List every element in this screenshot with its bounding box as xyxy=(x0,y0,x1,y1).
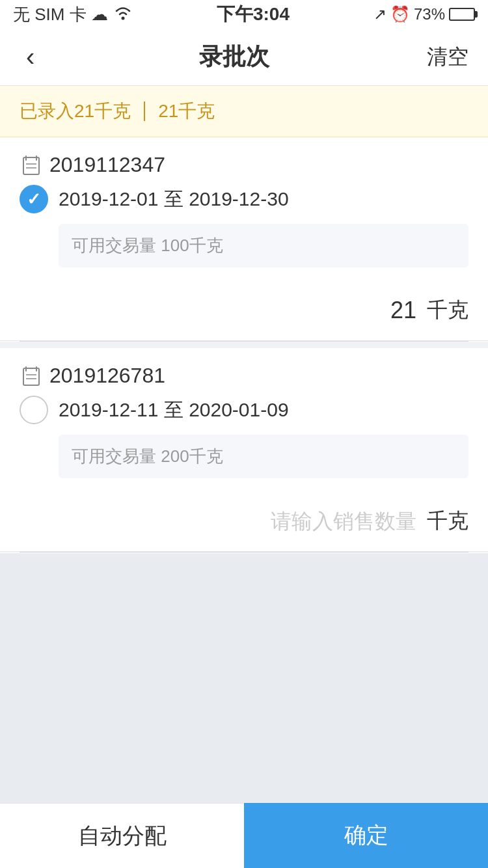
back-button[interactable]: ‹ xyxy=(20,36,41,78)
status-right: ↗ ⏰ 73% xyxy=(373,5,475,23)
svg-point-0 xyxy=(121,16,124,20)
quantity-row-1: 21 千克 xyxy=(0,283,488,341)
confirm-button[interactable]: 确定 xyxy=(244,803,488,868)
summary-divider xyxy=(144,102,145,121)
clear-button[interactable]: 清空 xyxy=(427,43,468,72)
quantity-unit-1: 千克 xyxy=(427,296,468,325)
sim-label: 无 SIM 卡 ☁ xyxy=(13,3,108,26)
auto-distribute-button[interactable]: 自动分配 xyxy=(0,803,244,868)
recorded-label: 已录入21千克 xyxy=(20,99,131,124)
battery-icon xyxy=(449,8,475,21)
batch-2-header: 2019126781 xyxy=(20,364,468,388)
batch-1-available: 可用交易量 100千克 xyxy=(59,224,468,267)
batch-1-icon xyxy=(20,154,43,177)
gray-area xyxy=(0,554,488,814)
bottom-bar: 自动分配 确定 xyxy=(0,803,488,868)
batch-1-header: 2019112347 xyxy=(20,153,468,177)
quantity-unit-2: 千克 xyxy=(427,507,468,536)
batch-1-radio[interactable] xyxy=(20,185,48,213)
batch-card-1: 2019112347 2019-12-01 至 2019-12-30 可用交易量… xyxy=(0,137,488,342)
batch-1-date: 2019-12-01 至 2019-12-30 xyxy=(59,186,289,213)
quantity-value-1: 21 xyxy=(390,297,416,324)
location-icon: ↗ xyxy=(373,5,386,23)
nav-bar: ‹ 录批次 清空 xyxy=(0,29,488,86)
battery-pct: 73% xyxy=(414,5,445,23)
batch-2-icon xyxy=(20,364,43,388)
wifi-icon xyxy=(113,5,133,25)
batch-2-date: 2019-12-11 至 2020-01-09 xyxy=(59,397,289,424)
batch-2-date-row[interactable]: 2019-12-11 至 2020-01-09 xyxy=(20,396,468,424)
page-title: 录批次 xyxy=(199,41,269,73)
batch-2-available: 可用交易量 200千克 xyxy=(59,435,468,478)
status-center: 下午3:04 xyxy=(217,2,290,27)
batch-2-radio[interactable] xyxy=(20,396,48,424)
status-bar: 无 SIM 卡 ☁ 下午3:04 ↗ ⏰ 73% xyxy=(0,0,488,29)
alarm-icon: ⏰ xyxy=(390,5,410,23)
batch-2-id: 2019126781 xyxy=(49,364,165,388)
separator-2 xyxy=(20,552,468,552)
summary-amount: 21千克 xyxy=(158,99,215,124)
batch-1-date-row[interactable]: 2019-12-01 至 2019-12-30 xyxy=(20,185,468,213)
separator-1 xyxy=(20,341,468,342)
summary-bar: 已录入21千克 21千克 xyxy=(0,86,488,137)
status-left: 无 SIM 卡 ☁ xyxy=(13,3,133,26)
batch-card-2: 2019126781 2019-12-11 至 2020-01-09 可用交易量… xyxy=(0,348,488,552)
quantity-input-row-2[interactable]: 千克 xyxy=(0,494,488,552)
batch-1-id: 2019112347 xyxy=(49,153,165,177)
quantity-input-2[interactable] xyxy=(156,509,416,534)
